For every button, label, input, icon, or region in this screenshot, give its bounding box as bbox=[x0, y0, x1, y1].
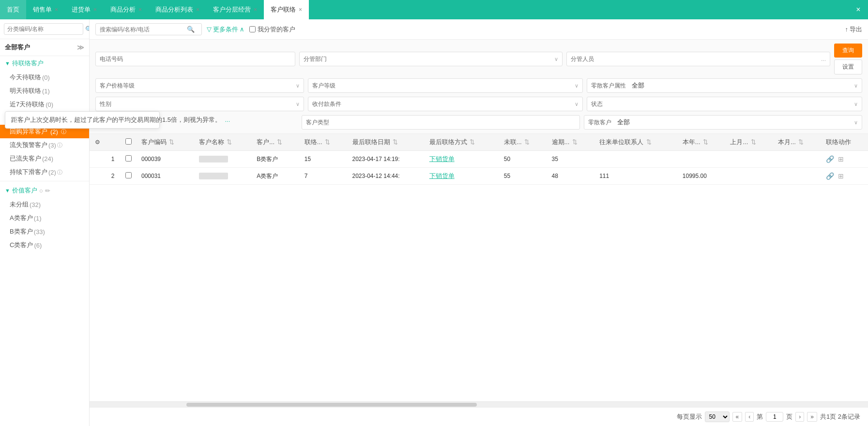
col-overdue-label: 逾期... bbox=[552, 138, 570, 146]
all-customers-header: 全部客户 ≫ bbox=[0, 39, 89, 56]
nav-customer-layer-close[interactable]: × bbox=[254, 6, 257, 13]
row1-link-icon[interactable]: 🔗 bbox=[826, 155, 834, 163]
value-customer-edit[interactable]: ✏ bbox=[45, 187, 50, 194]
row2-grid-icon[interactable]: ⊞ bbox=[838, 172, 844, 180]
select-all-checkbox[interactable] bbox=[125, 138, 132, 145]
row2-last-way-link[interactable]: 下销货单 bbox=[429, 172, 455, 179]
nav-customer-contact[interactable]: 客户联络 × bbox=[264, 0, 309, 19]
nav-home[interactable]: 首页 bbox=[0, 0, 26, 19]
sidebar-search-input[interactable] bbox=[4, 23, 83, 35]
more-conditions-btn[interactable]: ▽ 更多条件 ∧ bbox=[207, 25, 244, 34]
sidebar-search-icon[interactable]: 🔍 bbox=[85, 26, 90, 33]
export-btn[interactable]: ↑ 导出 bbox=[845, 25, 863, 34]
nav-customer-contact-close[interactable]: × bbox=[299, 6, 302, 13]
nav-customer-layer[interactable]: 客户分层经营 × bbox=[206, 0, 264, 19]
my-customer-checkbox[interactable] bbox=[249, 26, 256, 32]
per-page-select[interactable]: 50 100 200 bbox=[705, 411, 730, 422]
customer-type-field[interactable]: 客户类型 bbox=[302, 115, 580, 130]
col-action-label: 联络动作 bbox=[826, 138, 851, 146]
nav-analysis-close[interactable]: × bbox=[138, 6, 142, 13]
main-search-input[interactable] bbox=[100, 26, 187, 33]
person-field[interactable]: 分管人员 ... bbox=[566, 52, 830, 66]
col-settings[interactable]: ⚙ bbox=[90, 134, 105, 151]
sidebar-7day-pending[interactable]: 近7天待联络 (0) bbox=[0, 98, 89, 111]
filter-icon: ▽ bbox=[207, 26, 212, 33]
col-not-contacted: 未联... ⇅ bbox=[499, 134, 547, 151]
sidebar-lost[interactable]: 已流失客户 (24) bbox=[0, 152, 89, 165]
col-this-year-sort[interactable]: ⇅ bbox=[703, 138, 708, 146]
col-type-label: 客户... bbox=[257, 138, 274, 146]
sidebar-today-pending[interactable]: 今天待联络 (0) bbox=[0, 71, 89, 84]
gender-field[interactable]: 性别 ∨ bbox=[95, 97, 304, 111]
sidebar-a-class[interactable]: A类客户 (1) bbox=[0, 211, 89, 225]
row1-select[interactable] bbox=[125, 155, 132, 162]
filter-row-3: 性别 ∨ 收付款条件 ∨ 状态 ∨ bbox=[95, 97, 862, 111]
horizontal-scrollbar[interactable] bbox=[90, 401, 868, 407]
col-this-month-sort[interactable]: ⇅ bbox=[798, 138, 804, 146]
row1-last-way[interactable]: 下销货单 bbox=[425, 151, 499, 168]
col-last-way-sort[interactable]: ⇅ bbox=[470, 138, 475, 146]
pending-contact-group[interactable]: ▼ 待联络客户 bbox=[0, 56, 89, 71]
query-button[interactable]: 查询 bbox=[834, 44, 862, 58]
customer-level-field[interactable]: 客户等级 ∨ bbox=[308, 78, 583, 93]
sidebar-ungrouped[interactable]: 未分组 (32) bbox=[0, 198, 89, 211]
prev-page-btn[interactable]: ‹ bbox=[745, 412, 754, 422]
page-number-input[interactable] bbox=[766, 412, 783, 422]
sidebar-collapse-btn[interactable]: ≫ bbox=[77, 44, 84, 51]
retail-field[interactable]: 零散客户 全部 ∨ bbox=[584, 115, 862, 130]
nav-analysis-list-close[interactable]: × bbox=[196, 6, 199, 13]
row1-last-way-link[interactable]: 下销货单 bbox=[429, 155, 455, 162]
sidebar-c-class[interactable]: C类客户 (6) bbox=[0, 238, 89, 252]
sidebar-b-class[interactable]: B类客户 (33) bbox=[0, 225, 89, 238]
nav-sales[interactable]: 销售单 × bbox=[26, 0, 65, 19]
retail-attr-field[interactable]: 零散客户属性 全部 ∨ bbox=[587, 78, 862, 93]
col-overdue-sort[interactable]: ⇅ bbox=[572, 138, 578, 146]
row1-checkbox[interactable] bbox=[121, 151, 137, 168]
col-not-contacted-sort[interactable]: ⇅ bbox=[524, 138, 530, 146]
col-last-date-sort[interactable]: ⇅ bbox=[393, 138, 398, 146]
col-name-sort[interactable]: ⇅ bbox=[227, 138, 232, 146]
today-pending-label: 今天待联络 bbox=[10, 73, 41, 82]
sidebar-continuous-down[interactable]: 持续下滑客户 (2) ⓘ bbox=[0, 165, 89, 179]
col-last-date-label: 最后联络日期 bbox=[352, 138, 390, 146]
nav-analysis[interactable]: 商品分析 × bbox=[104, 0, 149, 19]
nav-analysis-list[interactable]: 商品分析列表 × bbox=[149, 0, 206, 19]
nav-sales-close[interactable]: × bbox=[55, 6, 58, 13]
payment-field[interactable]: 收付款条件 ∨ bbox=[308, 97, 583, 111]
nav-purchase[interactable]: 进货单 × bbox=[65, 0, 104, 19]
last-page-btn[interactable]: » bbox=[807, 412, 817, 422]
price-level-field[interactable]: 客户价格等级 ∨ bbox=[95, 78, 304, 93]
close-all-tabs[interactable]: × bbox=[849, 0, 868, 19]
b-class-count: (33) bbox=[34, 228, 45, 235]
row2-checkbox[interactable] bbox=[121, 168, 137, 185]
col-type-sort[interactable]: ⇅ bbox=[277, 138, 282, 146]
status-field[interactable]: 状态 ∨ bbox=[587, 97, 862, 111]
first-page-btn[interactable]: « bbox=[732, 412, 743, 422]
lost-pre-info-icon: ⓘ bbox=[57, 142, 62, 149]
col-last-month-sort[interactable]: ⇅ bbox=[751, 138, 756, 146]
row2-last-way[interactable]: 下销货单 bbox=[425, 168, 499, 185]
nav-purchase-close[interactable]: × bbox=[93, 6, 97, 13]
row2-link-icon[interactable]: 🔗 bbox=[826, 172, 834, 180]
main-search-icon[interactable]: 🔍 bbox=[187, 26, 195, 33]
col-code-sort[interactable]: ⇅ bbox=[169, 138, 174, 146]
dept-label: 分管部门 bbox=[304, 55, 327, 63]
export-label: 导出 bbox=[850, 25, 862, 34]
person-label: 分管人员 bbox=[571, 55, 594, 63]
nav-customer-contact-label: 客户联络 bbox=[271, 5, 296, 14]
settings-button[interactable]: 设置 bbox=[834, 59, 862, 74]
sidebar-lost-pre[interactable]: 流失预警客户 (3) ⓘ bbox=[0, 138, 89, 152]
row1-grid-icon[interactable]: ⊞ bbox=[838, 155, 844, 163]
phone-field[interactable]: 电话号码 bbox=[95, 52, 295, 66]
value-customer-more[interactable]: ○ bbox=[39, 187, 43, 194]
col-contact-person-sort[interactable]: ⇅ bbox=[646, 138, 652, 146]
col-checkbox[interactable] bbox=[121, 134, 137, 151]
row2-select[interactable] bbox=[125, 172, 132, 178]
value-customer-group[interactable]: ▼ 价值客户 ○ ✏ bbox=[0, 183, 89, 198]
next-page-btn[interactable]: › bbox=[795, 412, 804, 422]
col-contact-sort[interactable]: ⇅ bbox=[325, 138, 330, 146]
dept-field[interactable]: 分管部门 ∨ bbox=[299, 52, 563, 66]
sidebar-tomorrow-pending[interactable]: 明天待联络 (1) bbox=[0, 84, 89, 98]
scrollbar-thumb[interactable] bbox=[186, 403, 477, 407]
tomorrow-pending-label: 明天待联络 bbox=[10, 87, 41, 95]
